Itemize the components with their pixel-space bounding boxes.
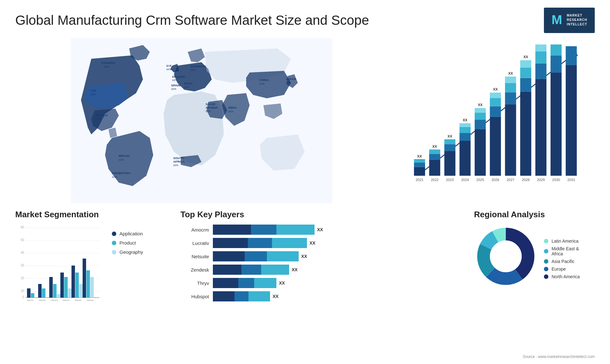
player-bar-zendesk xyxy=(213,265,289,275)
latin-america-label: Latin America xyxy=(552,239,579,244)
svg-text:XX: XX xyxy=(463,118,467,122)
north-america-label: North America xyxy=(552,274,580,279)
mea-dot xyxy=(544,249,548,253)
svg-rect-96 xyxy=(566,46,577,65)
europe-dot xyxy=(544,267,548,271)
legend-application-label: Application xyxy=(119,231,143,236)
svg-rect-45 xyxy=(429,160,440,176)
player-bar-hubspot xyxy=(213,291,270,301)
legend-product: Product xyxy=(112,240,143,246)
svg-rect-122 xyxy=(71,266,75,298)
svg-rect-95 xyxy=(566,65,577,176)
svg-text:2026: 2026 xyxy=(491,178,499,182)
north-america-dot xyxy=(544,274,548,279)
legend-europe: Europe xyxy=(544,266,580,272)
svg-rect-88 xyxy=(535,44,546,51)
svg-text:2027: 2027 xyxy=(507,178,515,182)
svg-text:SAUDI: SAUDI xyxy=(206,102,215,106)
svg-text:xx%: xx% xyxy=(112,175,117,179)
svg-text:2022: 2022 xyxy=(39,300,46,301)
top-section: CANADA xx% U.S. xx% MEXICO xx% BRAZIL xx… xyxy=(0,38,610,203)
svg-rect-61 xyxy=(475,129,486,176)
player-xx-netsuite: XX xyxy=(301,254,307,259)
svg-rect-124 xyxy=(79,284,83,298)
svg-text:2023: 2023 xyxy=(51,300,58,301)
player-name-netsuite: Netsuite xyxy=(180,254,209,259)
svg-text:0: 0 xyxy=(22,295,24,299)
svg-text:xx%: xx% xyxy=(171,87,177,91)
svg-rect-112 xyxy=(27,288,30,298)
svg-rect-70 xyxy=(490,93,501,98)
svg-rect-119 xyxy=(60,273,64,298)
svg-text:JAPAN: JAPAN xyxy=(286,77,296,81)
svg-text:xx%: xx% xyxy=(228,110,234,113)
svg-text:XX: XX xyxy=(478,103,483,107)
svg-text:ARGENTINA: ARGENTINA xyxy=(112,171,130,175)
svg-rect-76 xyxy=(505,77,516,83)
svg-text:XX: XX xyxy=(417,154,422,158)
svg-rect-116 xyxy=(49,277,53,298)
legend-asia-pacific: Asia Pacific xyxy=(544,259,580,264)
svg-rect-63 xyxy=(475,113,486,120)
svg-text:2021: 2021 xyxy=(416,178,424,182)
svg-text:xx%: xx% xyxy=(184,85,190,89)
svg-text:2025: 2025 xyxy=(476,178,484,182)
svg-text:xx%: xx% xyxy=(190,68,196,71)
svg-rect-52 xyxy=(444,139,456,144)
svg-text:xx%: xx% xyxy=(95,117,101,120)
application-dot xyxy=(112,232,116,236)
svg-rect-58 xyxy=(459,123,471,127)
svg-text:2022: 2022 xyxy=(431,178,439,182)
svg-rect-55 xyxy=(459,141,471,176)
player-row-netsuite: Netsuite XX xyxy=(180,251,461,261)
player-bar-lucrativ xyxy=(213,238,307,248)
svg-text:2021: 2021 xyxy=(27,300,34,301)
svg-rect-75 xyxy=(505,83,516,92)
svg-text:MEXICO: MEXICO xyxy=(95,113,108,117)
player-row-lucrativ: Lucrativ XX xyxy=(180,238,461,248)
svg-text:FRANCE: FRANCE xyxy=(172,75,185,78)
svg-rect-125 xyxy=(83,259,86,298)
svg-rect-40 xyxy=(414,167,425,176)
legend-geography-label: Geography xyxy=(119,249,143,255)
players-title: Top Key Players xyxy=(180,210,461,219)
svg-rect-91 xyxy=(551,72,562,176)
svg-text:30: 30 xyxy=(21,264,24,267)
player-name-amocrm: Amocrm xyxy=(180,227,209,233)
svg-rect-74 xyxy=(505,92,516,104)
legend-north-america: North America xyxy=(544,274,580,279)
svg-text:INDIA: INDIA xyxy=(228,106,237,109)
svg-rect-118 xyxy=(57,294,60,298)
svg-text:M: M xyxy=(552,13,562,27)
svg-text:50: 50 xyxy=(21,238,24,242)
svg-rect-79 xyxy=(520,92,531,176)
donut-chart xyxy=(474,225,538,288)
svg-rect-123 xyxy=(75,273,79,298)
svg-point-139 xyxy=(490,240,522,272)
svg-text:SPAIN: SPAIN xyxy=(171,84,180,87)
player-xx-amocrm: XX xyxy=(317,227,323,232)
svg-text:MARKET: MARKET xyxy=(567,14,582,17)
players-bar-list: Amocrm XX Lucrativ xyxy=(180,225,461,301)
svg-rect-86 xyxy=(535,64,546,79)
svg-text:XX: XX xyxy=(493,87,498,91)
svg-rect-57 xyxy=(459,127,471,133)
svg-text:xx%: xx% xyxy=(166,68,172,71)
svg-rect-87 xyxy=(535,51,546,64)
svg-rect-68 xyxy=(490,106,501,117)
player-xx-hubspot: XX xyxy=(273,294,279,299)
segmentation-title: Market Segmentation xyxy=(15,210,168,219)
svg-text:xx%: xx% xyxy=(119,158,124,161)
geography-dot xyxy=(112,250,116,254)
player-row-thryv: Thryv XX xyxy=(180,278,461,288)
bottom-section: Market Segmentation 60 50 40 30 20 10 0 xyxy=(0,203,610,305)
legend-latin-america: Latin America xyxy=(544,239,580,244)
svg-rect-80 xyxy=(520,78,531,92)
player-name-thryv: Thryv xyxy=(180,280,209,286)
svg-text:U.S.: U.S. xyxy=(91,89,97,92)
svg-text:10: 10 xyxy=(21,289,24,293)
player-xx-lucrativ: XX xyxy=(309,240,315,246)
top-key-players: Top Key Players Amocrm XX Lucrativ xyxy=(180,210,461,301)
svg-rect-127 xyxy=(90,277,94,298)
logo-box: M MARKET RESEARCH INTELLECT xyxy=(544,8,595,33)
